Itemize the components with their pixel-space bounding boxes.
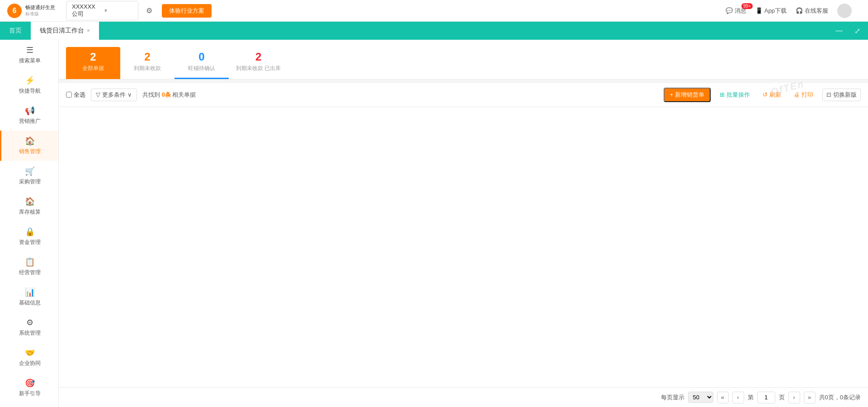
- minimize-button[interactable]: —: [832, 23, 846, 38]
- sidebar-item-search-menu[interactable]: ☰ 搜索菜单: [0, 40, 58, 70]
- purchase-icon: 🛒: [25, 166, 35, 176]
- filter-icon: ▽: [96, 91, 100, 98]
- print-icon: 🖨: [794, 91, 800, 98]
- filter-label: 更多条件: [102, 91, 126, 99]
- select-all-area[interactable]: 全选: [66, 91, 85, 99]
- main-layout: ☰ 搜索菜单 ⚡ 快捷导航 📢 营销推广 🏠 销售管理 🛒 采购管理 🏠 库存核…: [0, 40, 868, 407]
- switch-new-version-button[interactable]: ⊡ 切换新版: [822, 89, 861, 101]
- sidebar-item-purchase[interactable]: 🛒 采购管理: [0, 161, 58, 191]
- stat-tab-all[interactable]: 2 全部单据: [66, 47, 120, 79]
- sidebar-item-inventory[interactable]: 🏠 库存核算: [0, 191, 58, 221]
- stat-label-overdue: 到期未收款: [127, 65, 167, 72]
- stat-label-pending: 旺铺待确认: [182, 65, 222, 72]
- basic-info-icon: 📊: [25, 287, 35, 297]
- page-suffix: 页: [779, 393, 785, 402]
- sidebar-label-search-menu: 搜索菜单: [19, 57, 41, 65]
- stat-count-overdue-out: 2: [236, 51, 281, 64]
- prev-page-button[interactable]: ‹: [732, 392, 744, 403]
- sidebar: ☰ 搜索菜单 ⚡ 快捷导航 📢 营销推广 🏠 销售管理 🛒 采购管理 🏠 库存核…: [0, 40, 59, 407]
- stat-count-pending: 0: [182, 51, 222, 64]
- stat-count-all: 2: [73, 51, 113, 64]
- sidebar-item-quick-nav[interactable]: ⚡ 快捷导航: [0, 70, 58, 100]
- online-service-item[interactable]: 🎧 在线客服: [796, 7, 828, 15]
- top-header: 6 畅捷通好生意 标准版 XXXXXX公司 ▼ ⚙ 体验行业方案 💬 消息 99…: [0, 0, 868, 22]
- print-button[interactable]: 🖨 打印: [790, 89, 817, 101]
- select-all-checkbox[interactable]: [66, 92, 72, 98]
- sidebar-item-sales[interactable]: 🏠 销售管理: [0, 131, 58, 161]
- sidebar-label-sales: 销售管理: [19, 148, 41, 155]
- refresh-button[interactable]: ↺ 刷新: [759, 89, 785, 101]
- sidebar-item-guide[interactable]: 🎯 新手引导: [0, 373, 58, 403]
- page-size-select[interactable]: 50 100 200: [688, 392, 713, 403]
- online-service-label: 在线客服: [805, 7, 828, 15]
- guide-icon: 🎯: [25, 378, 35, 388]
- first-page-button[interactable]: «: [717, 392, 729, 403]
- sidebar-label-cooperation: 企业协同: [19, 360, 41, 367]
- settings-icon[interactable]: ⚙: [142, 4, 156, 18]
- tab-work[interactable]: 钱货日清工作台 ×: [31, 22, 99, 40]
- per-page-label: 每页显示: [661, 393, 684, 402]
- switch-icon: ⊡: [826, 91, 831, 98]
- sidebar-label-basic-info: 基础信息: [19, 299, 41, 307]
- logo-area: 6 畅捷通好生意 标准版: [7, 4, 66, 18]
- pagination: 每页显示 50 100 200 « ‹ 第 页 › » 共0页，0条记录: [59, 387, 868, 407]
- tab-work-close[interactable]: ×: [87, 28, 90, 34]
- add-sales-order-button[interactable]: + 新增销货单: [664, 88, 711, 102]
- logo-icon: 6: [7, 4, 22, 18]
- finance-icon: 🔒: [25, 227, 35, 237]
- page-label: 第: [748, 393, 754, 402]
- tab-home[interactable]: 首页: [0, 22, 31, 40]
- toolbar-right: + 新增销货单 ⊞ 批量操作 ↺ 刷新 🖨 打印 ⊡ 切换新版: [664, 88, 861, 102]
- sidebar-item-finance[interactable]: 🔒 资金管理: [0, 221, 58, 252]
- sidebar-label-inventory: 库存核算: [19, 208, 41, 216]
- message-item[interactable]: 💬 消息 99+: [726, 7, 746, 15]
- app-download-label: App下载: [764, 7, 787, 15]
- batch-icon: ⊞: [720, 91, 725, 98]
- sidebar-item-app-center[interactable]: 📦 应用中心: [0, 403, 58, 407]
- sidebar-item-cooperation[interactable]: 🤝 企业协同: [0, 342, 58, 373]
- marketing-icon: 📢: [25, 106, 35, 116]
- sidebar-item-system[interactable]: ⚙ 系统管理: [0, 312, 58, 342]
- app-download-icon: 📱: [755, 7, 763, 14]
- header-right: 💬 消息 99+ 📱 App下载 🎧 在线客服: [726, 4, 861, 18]
- sidebar-label-marketing: 营销推广: [19, 117, 41, 125]
- app-download-item[interactable]: 📱 App下载: [755, 7, 787, 15]
- inventory-icon: 🏠: [25, 196, 35, 206]
- stat-tab-pending[interactable]: 0 旺铺待确认: [175, 47, 229, 79]
- sidebar-label-guide: 新手引导: [19, 390, 41, 398]
- stat-label-all: 全部单据: [73, 65, 113, 72]
- batch-operation-button[interactable]: ⊞ 批量操作: [716, 89, 754, 101]
- page-number-input[interactable]: [757, 392, 775, 403]
- found-count: 0条: [162, 91, 171, 98]
- maximize-button[interactable]: ⤢: [850, 23, 864, 38]
- search-menu-icon: ☰: [26, 45, 33, 55]
- stat-label-overdue-out: 到期未收款 已出库: [236, 65, 281, 72]
- select-all-label: 全选: [74, 91, 85, 99]
- nav-tab-actions: — ⤢: [832, 23, 868, 38]
- avatar[interactable]: [837, 4, 852, 18]
- company-name: XXXXXX公司: [72, 3, 101, 18]
- stat-count-overdue: 2: [127, 51, 167, 64]
- sidebar-item-operations[interactable]: 📋 经营管理: [0, 252, 58, 282]
- cooperation-icon: 🤝: [25, 348, 35, 358]
- stat-tab-overdue[interactable]: 2 到期未收款: [120, 47, 175, 79]
- filter-button[interactable]: ▽ 更多条件 ∨: [91, 89, 137, 101]
- sidebar-label-system: 系统管理: [19, 329, 41, 337]
- system-icon: ⚙: [26, 318, 33, 327]
- nav-tabs: 首页 钱货日清工作台 × — ⤢: [0, 22, 868, 40]
- sidebar-label-quick-nav: 快捷导航: [19, 87, 41, 95]
- sidebar-item-marketing[interactable]: 📢 营销推广: [0, 100, 58, 131]
- sidebar-label-finance: 资金管理: [19, 239, 41, 246]
- sales-icon: 🏠: [25, 136, 35, 146]
- stat-tab-overdue-out[interactable]: 2 到期未收款 已出库: [229, 47, 288, 79]
- total-text: 共0页，0条记录: [819, 393, 861, 402]
- last-page-button[interactable]: »: [804, 392, 816, 403]
- trial-button[interactable]: 体验行业方案: [162, 4, 212, 18]
- company-dropdown-icon: ▼: [104, 8, 132, 13]
- company-selector[interactable]: XXXXXX公司 ▼: [66, 1, 138, 20]
- online-service-icon: 🎧: [796, 7, 803, 14]
- next-page-button[interactable]: ›: [788, 392, 800, 403]
- sidebar-item-basic-info[interactable]: 📊 基础信息: [0, 282, 58, 312]
- toolbar: 全选 ▽ 更多条件 ∨ 共找到 0条 相关单据 + 新增销货单 ⊞ 批量操作 ↺: [59, 83, 868, 107]
- stats-tabs: 2 全部单据 2 到期未收款 0 旺铺待确认 2 到期未收款 已出库: [59, 40, 868, 80]
